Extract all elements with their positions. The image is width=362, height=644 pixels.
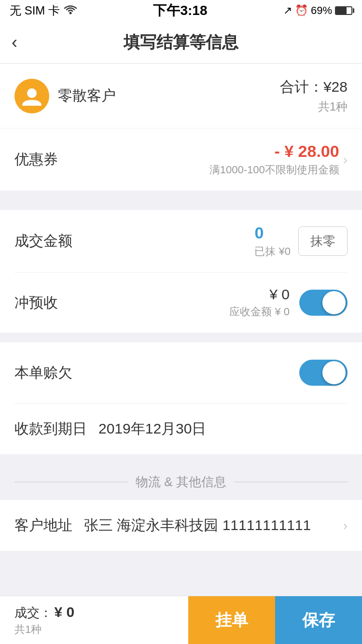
- debt-date-row: 收款到期日 2019年12月30日: [14, 404, 348, 454]
- customer-name: 零散客户: [58, 86, 116, 106]
- chevron-right-icon: ›: [343, 152, 348, 168]
- address-section: 客户地址 张三 海淀永丰科技园 11111111111 ›: [0, 500, 362, 551]
- status-right: ↗ ⏰ 69%: [283, 4, 352, 17]
- bottom-count: 共1种: [14, 622, 174, 637]
- battery-icon: [335, 6, 352, 15]
- coupon-right: - ¥ 28.00 满1000-100不限制使用金额 ›: [209, 142, 348, 177]
- status-left: 无 SIM 卡: [10, 3, 77, 18]
- bottom-deal-label: 成交：: [14, 605, 52, 620]
- person-icon: [20, 84, 43, 108]
- address-chevron-icon: ›: [343, 518, 348, 533]
- svg-point-1: [27, 88, 37, 98]
- gray-separator-2: [0, 333, 362, 342]
- back-button[interactable]: ‹: [12, 32, 17, 53]
- customer-total: 合计：¥28 共1种: [280, 77, 348, 114]
- deal-amount-sub: 已抹 ¥0: [254, 244, 291, 259]
- advance-values: ¥ 0 应收金额 ¥ 0: [229, 286, 290, 319]
- hang-order-button[interactable]: 挂单: [188, 596, 275, 644]
- round-off-button[interactable]: 抹零: [298, 226, 348, 256]
- total-count: 共1种: [280, 99, 348, 114]
- location-icon: ↗: [283, 4, 292, 17]
- bottom-info: 成交： ¥ 0 共1种: [0, 596, 188, 644]
- debt-date-value: 2019年12月30日: [98, 419, 206, 439]
- deal-amount-row: 成交金额 0 已抹 ¥0 抹零: [14, 210, 348, 273]
- coupon-value-block: - ¥ 28.00 满1000-100不限制使用金额: [209, 142, 339, 177]
- nav-bar: ‹ 填写结算等信息: [0, 21, 362, 64]
- bottom-bar: 成交： ¥ 0 共1种 挂单 保存: [0, 596, 362, 644]
- status-time: 下午3:18: [153, 1, 207, 20]
- deal-amount-section: 成交金额 0 已抹 ¥0 抹零 冲预收 ¥ 0 应收金额 ¥ 0: [0, 210, 362, 333]
- address-label: 客户地址: [14, 516, 72, 535]
- sim-status: 无 SIM 卡: [10, 3, 60, 18]
- advance-right: ¥ 0 应收金额 ¥ 0: [229, 286, 348, 319]
- battery-percent: 69%: [311, 4, 332, 17]
- address-value: 张三 海淀永丰科技园 11111111111: [84, 516, 343, 535]
- coupon-row[interactable]: 优惠券 - ¥ 28.00 满1000-100不限制使用金额 ›: [0, 128, 362, 191]
- logistics-title: 物流 & 其他信息: [0, 474, 362, 490]
- advance-label: 冲预收: [14, 293, 58, 313]
- gray-separator-1: [0, 200, 362, 210]
- debt-date-label: 收款到期日: [14, 419, 87, 439]
- toggle-knob: [322, 291, 346, 314]
- coupon-desc: 满1000-100不限制使用金额: [209, 163, 339, 177]
- wifi-icon: [64, 4, 77, 17]
- debt-toggle-knob: [322, 361, 346, 384]
- total-amount: 合计：¥28: [280, 77, 348, 97]
- customer-section: 零散客户 合计：¥28 共1种 优惠券 - ¥ 28.00 满1000-100不…: [0, 64, 362, 191]
- svg-point-0: [70, 12, 72, 14]
- status-bar: 无 SIM 卡 下午3:18 ↗ ⏰ 69%: [0, 0, 362, 21]
- alarm-icon: ⏰: [295, 4, 308, 17]
- coupon-label: 优惠券: [14, 150, 58, 169]
- advance-amount: ¥ 0: [229, 286, 290, 303]
- customer-row: 零散客户 合计：¥28 共1种: [0, 64, 362, 128]
- logistics-divider: 物流 & 其他信息: [0, 464, 362, 500]
- coupon-amount: - ¥ 28.00: [209, 142, 339, 161]
- customer-left: 零散客户: [14, 79, 116, 113]
- deal-amount-value: 0: [254, 224, 291, 242]
- page-title: 填写结算等信息: [124, 31, 238, 54]
- advance-sub: 应收金额 ¥ 0: [229, 305, 290, 319]
- bottom-deal-row: 成交： ¥ 0: [14, 604, 174, 621]
- bottom-deal-amount: ¥ 0: [54, 604, 74, 620]
- advance-row: 冲预收 ¥ 0 应收金额 ¥ 0: [14, 273, 348, 333]
- debt-section: 本单赊欠 收款到期日 2019年12月30日: [0, 342, 362, 454]
- advance-toggle[interactable]: [299, 290, 348, 316]
- deal-amount-label: 成交金额: [14, 231, 72, 251]
- deal-amount-values: 0 已抹 ¥0: [254, 224, 291, 259]
- debt-toggle[interactable]: [299, 360, 348, 386]
- avatar: [14, 79, 49, 113]
- save-button[interactable]: 保存: [275, 596, 362, 644]
- address-row[interactable]: 客户地址 张三 海淀永丰科技园 11111111111 ›: [14, 500, 348, 551]
- debt-label: 本单赊欠: [14, 363, 72, 383]
- debt-row: 本单赊欠: [14, 342, 348, 404]
- deal-amount-right: 0 已抹 ¥0 抹零: [254, 224, 348, 259]
